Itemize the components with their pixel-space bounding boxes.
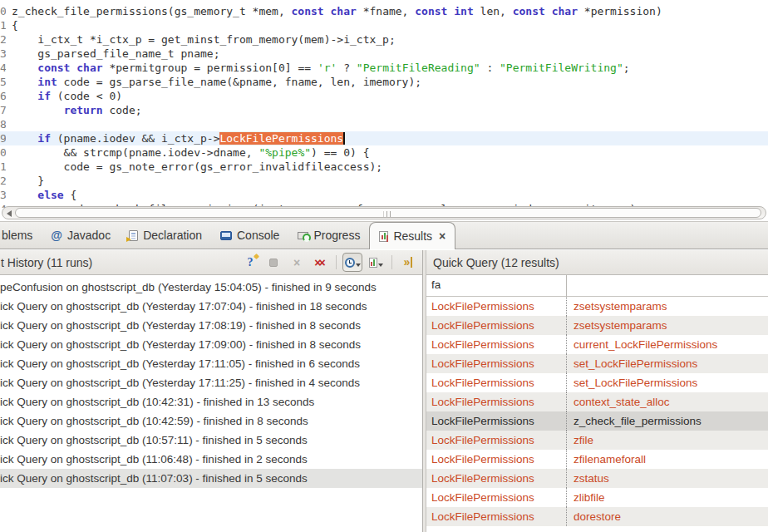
line-number: 9 (0, 131, 6, 145)
history-item[interactable]: ick Query on ghostscript_db (11:06:48) -… (0, 450, 422, 469)
history-item[interactable]: ick Query on ghostscript_db (Yesterday 1… (0, 373, 422, 392)
tab-results[interactable]: Results× (369, 222, 455, 249)
editor-horizontal-scrollbar[interactable] (2, 206, 766, 219)
result-row[interactable]: LockFilePermissionszstatus (426, 469, 768, 488)
dropdown-arrow-icon (378, 264, 383, 267)
code-segment: ; (623, 62, 630, 74)
code-line[interactable]: 0 && strcmp(pname.iodev->dname, "%pipe%"… (0, 145, 768, 160)
clock-down-icon (345, 258, 361, 268)
code-text: gs_parsed_file_name_t pname; (12, 47, 219, 60)
line-number: 8 (0, 117, 6, 131)
tab-label: Results (393, 229, 432, 243)
bottom-panels: t History (11 runs) ?×××» peConfusion on… (0, 250, 768, 532)
history-item[interactable]: ick Query on ghostscript_db (Yesterday 1… (0, 354, 422, 373)
code-text: && strcmp(pname.iodev->dname, "%pipe%") … (12, 146, 370, 159)
result-cell-field: LockFilePermissions (426, 431, 567, 450)
double-arrow-icon: » (404, 257, 413, 268)
tab-problems[interactable]: blems (0, 222, 42, 249)
keyword: return (64, 104, 103, 116)
filter-input-col1[interactable]: fa (426, 275, 567, 296)
history-item[interactable]: ick Query on ghostscript_db (Yesterday 1… (0, 316, 422, 335)
result-cell-field: LockFilePermissions (426, 392, 567, 411)
code-line[interactable]: 2 i_ctx_t *i_ctx_p = get_minst_from_memo… (0, 32, 768, 47)
code-segment: ? (337, 62, 356, 74)
history-item[interactable]: ick Query on ghostscript_db (10:42:31) -… (0, 392, 422, 411)
code-line[interactable]: 9 if (pname.iodev && i_ctx_p->LockFilePe… (0, 131, 768, 145)
line-number: 2 (0, 32, 6, 47)
remove-all-runs-button[interactable]: ×× (310, 253, 330, 272)
keyword: if (37, 90, 51, 102)
keyword: const (415, 5, 447, 17)
results-icon (379, 231, 388, 242)
tab-label: Javadoc (67, 229, 111, 242)
link-with-results-button[interactable]: » (398, 253, 418, 272)
code-segment: z_check_file_permissions(gs_memory_t *me… (12, 5, 292, 17)
result-cell-field: LockFilePermissions (426, 488, 567, 507)
result-row[interactable]: LockFilePermissionszfile (426, 431, 768, 450)
keyword: if (37, 132, 51, 145)
code-editor[interactable]: 0z_check_file_permissions(gs_memory_t *m… (0, 0, 768, 221)
history-item[interactable]: ick Query on ghostscript_db (10:42:59) -… (0, 411, 422, 431)
code-line[interactable]: 1{ (0, 18, 768, 32)
dropdown-arrow-icon (356, 264, 361, 267)
result-row[interactable]: LockFilePermissionszsetsystemparams (426, 297, 768, 316)
line-number: 0 (0, 4, 6, 18)
code-line[interactable]: 8 (0, 117, 768, 131)
code-line[interactable]: 2 } (0, 174, 768, 188)
keyword: char (76, 62, 102, 74)
show-history-by-time-button[interactable] (342, 253, 362, 272)
result-row[interactable]: LockFilePermissionsdorestore (426, 507, 768, 526)
history-item[interactable]: ick Query on ghostscript_db (Yesterday 1… (0, 335, 422, 354)
code-line[interactable]: 0z_check_file_permissions(gs_memory_t *m… (0, 4, 768, 18)
result-row[interactable]: LockFilePermissionscontext_state_alloc (426, 392, 768, 411)
result-row[interactable]: LockFilePermissionsset_LockFilePermissio… (426, 354, 768, 373)
result-row[interactable]: LockFilePermissionszsetsystemparams (426, 316, 768, 335)
code-line[interactable]: 6 if (code < 0) (0, 89, 768, 103)
history-item[interactable]: ick Query on ghostscript_db (10:57:11) -… (0, 431, 422, 450)
line-number: 4 (0, 61, 6, 75)
keyword: else (37, 189, 63, 201)
code-text: { (12, 19, 18, 32)
result-row[interactable]: LockFilePermissionszfilenameforall (426, 450, 768, 469)
line-number: 6 (0, 89, 6, 103)
history-panel: t History (11 runs) ?×××» peConfusion on… (0, 250, 423, 532)
new-query-button[interactable]: ? (240, 253, 260, 272)
scroll-left-arrow-icon[interactable] (7, 210, 12, 217)
code-line[interactable]: 1 code = gs_note_error(gs_error_invalidf… (0, 160, 768, 174)
code-line[interactable]: 3 gs_parsed_file_name_t pname; (0, 47, 768, 61)
console-icon (220, 231, 232, 240)
code-line[interactable]: 7 return code; (0, 103, 768, 117)
code-segment: code = gs_parse_file_name(&pname, fname,… (57, 76, 421, 88)
result-cell-field: LockFilePermissions (426, 450, 567, 469)
history-item[interactable]: peConfusion on ghostscript_db (Yesterday… (0, 278, 422, 297)
line-number: 5 (0, 75, 6, 89)
code-line[interactable]: 3 else { (0, 188, 768, 202)
result-row[interactable]: LockFilePermissionsset_LockFilePermissio… (426, 373, 768, 392)
tab-progress[interactable]: Progress (288, 222, 369, 249)
tab-javadoc[interactable]: @Javadoc (42, 222, 120, 249)
show-results-button[interactable] (366, 253, 386, 272)
code-line[interactable]: 5 int code = gs_parse_file_name(&pname, … (0, 75, 768, 89)
result-cell-function: zsetsystemparams (567, 297, 768, 316)
result-row[interactable]: LockFilePermissionscurrent_LockFilePermi… (426, 335, 768, 354)
result-row[interactable]: LockFilePermissionsz_check_file_permissi… (426, 411, 768, 431)
filter-input-col2[interactable] (567, 275, 768, 296)
line-number: 0 (0, 145, 6, 160)
code-segment (12, 62, 37, 74)
code-line[interactable]: 4 const char *permitgroup = permission[0… (0, 61, 768, 75)
code-segment: i_ctx_t *i_ctx_p = get_minst_from_memory… (12, 33, 396, 46)
code-segment (12, 90, 37, 102)
code-segment: len, (474, 5, 513, 17)
history-item[interactable]: ick Query on ghostscript_db (Yesterday 1… (0, 297, 422, 316)
code-text: if (pname.iodev && i_ctx_p->LockFilePerm… (12, 132, 345, 145)
code-segment: code; (103, 104, 142, 116)
tab-close-icon[interactable]: × (439, 229, 446, 243)
tab-console[interactable]: Console (211, 222, 288, 249)
tab-declaration[interactable]: Declaration (120, 222, 211, 249)
keyword: int (37, 76, 57, 88)
history-toolbar: ?×××» (240, 253, 422, 272)
code-segment (545, 5, 552, 17)
history-item[interactable]: ick Query on ghostscript_db (11:07:03) -… (0, 469, 422, 488)
result-row[interactable]: LockFilePermissionszlibfile (426, 488, 768, 507)
scrollbar-thumb[interactable] (15, 208, 761, 218)
